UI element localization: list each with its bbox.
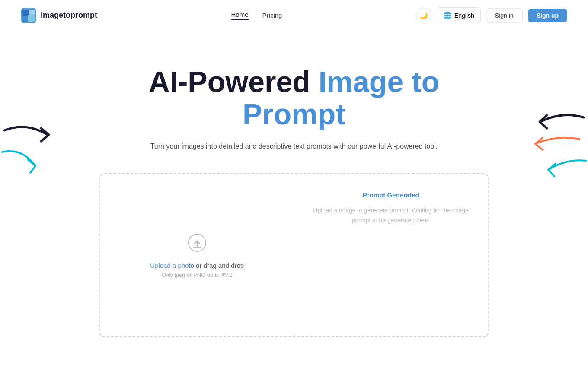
nav-right: 🌙 🌐 English Sign in Sign up bbox=[416, 7, 567, 23]
hero-title-part2: Image to bbox=[319, 65, 440, 98]
hero-subtitle: Turn your images into detailed and descr… bbox=[147, 141, 441, 152]
logo-link[interactable]: imagetoprompt bbox=[21, 8, 97, 23]
navbar: imagetoprompt Home Pricing 🌙 🌐 English S… bbox=[0, 0, 588, 31]
hero-title-part1: AI-Powered bbox=[149, 65, 319, 98]
prompt-placeholder-text: Upload a image to generate prompt. Waiti… bbox=[312, 206, 471, 225]
sign-in-button[interactable]: Sign in bbox=[486, 8, 523, 23]
prompt-generated-label: Prompt Generated bbox=[312, 191, 471, 199]
hero-section: AI-Powered Image to Prompt Turn your ima… bbox=[0, 31, 588, 363]
upload-section: Upload a photo or drag and drop Only jpe… bbox=[99, 173, 489, 337]
upload-text: Upload a photo or drag and drop bbox=[150, 262, 244, 269]
lang-label: English bbox=[454, 12, 474, 19]
prompt-output-panel: Prompt Generated Upload a image to gener… bbox=[294, 174, 488, 336]
globe-icon: 🌐 bbox=[443, 11, 452, 19]
nav-home-link[interactable]: Home bbox=[231, 11, 249, 20]
hero-title: AI-Powered Image to Prompt bbox=[21, 66, 567, 130]
language-selector[interactable]: 🌐 English bbox=[437, 7, 481, 23]
sign-up-button[interactable]: Sign up bbox=[528, 9, 567, 22]
upload-photo-link[interactable]: Upload a photo bbox=[150, 262, 194, 269]
nav-pricing-link[interactable]: Pricing bbox=[262, 12, 282, 19]
dark-mode-toggle[interactable]: 🌙 bbox=[416, 8, 431, 23]
upload-dropzone[interactable]: Upload a photo or drag and drop Only jpe… bbox=[100, 174, 294, 336]
logo-icon bbox=[21, 8, 36, 23]
upload-drag-text: or drag and drop bbox=[194, 262, 244, 269]
hero-title-part3: Prompt bbox=[243, 98, 345, 130]
svg-rect-3 bbox=[22, 16, 28, 22]
svg-rect-4 bbox=[29, 10, 35, 15]
nav-links: Home Pricing bbox=[231, 11, 282, 20]
upload-hint: Only jpeg or PNG up to 4MB bbox=[161, 272, 233, 278]
svg-rect-2 bbox=[28, 15, 35, 22]
logo-text: imagetoprompt bbox=[41, 11, 97, 20]
upload-icon bbox=[187, 232, 208, 255]
